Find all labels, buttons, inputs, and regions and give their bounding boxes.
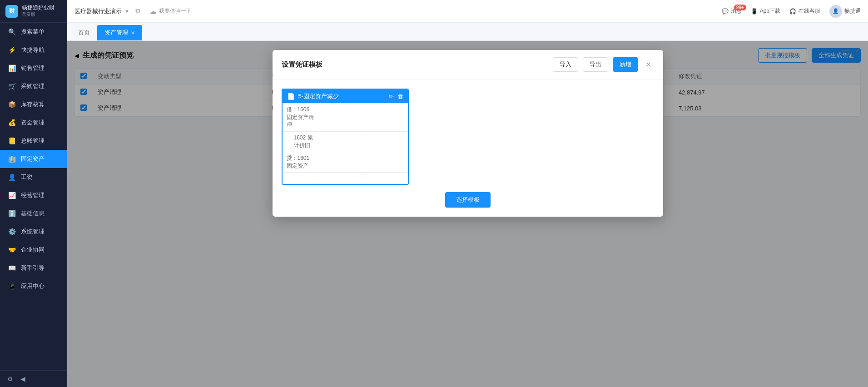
- gear-icon[interactable]: ⚙: [135, 7, 141, 15]
- app-download-button[interactable]: 📱 App下载: [751, 7, 780, 15]
- entry-credit-1: [363, 104, 408, 132]
- money-icon: 💰: [7, 119, 16, 126]
- empty-cell-1: [283, 173, 319, 184]
- sidebar-item-label: 总账管理: [21, 137, 45, 145]
- select-template-button[interactable]: 选择模板: [445, 192, 491, 208]
- sidebar-item-enterprise[interactable]: 🤝 企业协同: [0, 241, 67, 259]
- avatar: 👤: [829, 5, 842, 18]
- message-icon: 💬: [722, 8, 729, 15]
- sidebar-item-ledger[interactable]: 📒 总账管理: [0, 132, 67, 150]
- template-modal: 设置凭证模板 导入 导出 新增 ✕ 📄 5-固定资产减少: [273, 50, 663, 217]
- minimize-icon[interactable]: —: [841, 45, 850, 55]
- sidebar-item-purchase[interactable]: 🛒 采购管理: [0, 77, 67, 95]
- maximize-icon[interactable]: ⤢: [854, 45, 862, 55]
- tab-asset-label: 资产管理: [104, 29, 128, 37]
- template-card-actions: ✏ 🗑: [389, 93, 403, 100]
- sidebar-item-finance[interactable]: 💰 资金管理: [0, 114, 67, 132]
- sidebar-item-label: 工资: [21, 173, 33, 181]
- main-area: 医疗器械行业演示 ▼ ⚙ ☁ 我要体验一下 💬 消息 99+ 📱 App下载 🎧…: [67, 0, 868, 387]
- ledger-icon: 📒: [7, 137, 16, 144]
- sidebar-item-basic-info[interactable]: ℹ️ 基础信息: [0, 204, 67, 223]
- sidebar-item-operations[interactable]: 📈 经营管理: [0, 186, 67, 204]
- cart-icon: 🛒: [7, 83, 16, 90]
- file-icon: 📄: [287, 93, 295, 100]
- mobile-icon: 📱: [7, 283, 16, 290]
- settings-icon: ⚙️: [7, 228, 16, 235]
- sidebar-item-label: 系统管理: [21, 228, 45, 236]
- sidebar-item-label: 采购管理: [21, 82, 45, 90]
- sidebar-item-payroll[interactable]: 👤 工资: [0, 168, 67, 186]
- edit-icon[interactable]: ✏: [389, 93, 394, 100]
- tab-asset-mgmt[interactable]: 资产管理 ✕: [97, 25, 142, 40]
- modal-header: 设置凭证模板 导入 导出 新增 ✕: [273, 50, 663, 79]
- entry-row-1: 借：1606 固定资产清理: [283, 104, 407, 132]
- sidebar-item-fixed-assets[interactable]: 🏢 固定资产: [0, 150, 67, 168]
- modal-title: 设置凭证模板: [282, 60, 322, 69]
- book-icon: 📖: [7, 264, 16, 272]
- sidebar-item-label: 企业协同: [21, 246, 45, 254]
- export-button[interactable]: 导出: [583, 57, 608, 72]
- sidebar: 财 畅捷通好业财 普及版 🔍 搜索菜单 ⚡ 快捷导航 📊 销售管理 🛒 采购管理…: [0, 0, 67, 387]
- service-icon: 🎧: [789, 8, 796, 15]
- template-name: 5-固定资产减少: [298, 92, 339, 100]
- topbar-title: 医疗器械行业演示 ▼: [74, 7, 129, 15]
- entry-debit-1: [319, 104, 363, 132]
- template-card-body: 借：1606 固定资产清理 1602 累计折旧: [283, 103, 408, 184]
- select-template-row: 选择模板: [282, 192, 654, 208]
- cloud-experience[interactable]: ☁ 我要体验一下: [150, 7, 192, 15]
- app-download-label: App下载: [760, 7, 780, 15]
- new-button[interactable]: 新增: [613, 57, 638, 72]
- import-button[interactable]: 导入: [553, 57, 578, 72]
- search-icon: 🔍: [7, 28, 16, 35]
- dropdown-arrow-icon[interactable]: ▼: [124, 9, 129, 14]
- download-icon: 📱: [751, 8, 758, 15]
- message-badge: 99+: [734, 5, 746, 10]
- logo-sub: 普及版: [22, 11, 55, 18]
- entry-type-1: 借：1606 固定资产清理: [283, 104, 319, 132]
- message-button[interactable]: 💬 消息 99+: [722, 7, 742, 15]
- cloud-icon: ☁: [150, 8, 156, 15]
- logo-icon: 财: [5, 5, 18, 18]
- entry-debit-3: [319, 152, 363, 173]
- sidebar-item-sales[interactable]: 📊 销售管理: [0, 59, 67, 77]
- handshake-icon: 🤝: [7, 246, 16, 253]
- logo-name: 畅捷通好业财: [22, 5, 55, 12]
- sidebar-item-label: 快捷导航: [21, 46, 45, 54]
- sidebar-item-system[interactable]: ⚙️ 系统管理: [0, 223, 67, 241]
- user-label: 畅捷通: [844, 7, 861, 15]
- empty-cell-2: [319, 173, 363, 184]
- entry-row-empty: [283, 173, 407, 184]
- entry-credit-2: [363, 132, 408, 152]
- user-button[interactable]: 👤 畅捷通: [829, 5, 861, 18]
- page-area: ◀ 生成的凭证预览 批量规控模板 全部生成凭证 变动类型 资产名称 固定资产原: [67, 41, 868, 387]
- sidebar-footer: ⚙ ◀: [0, 370, 67, 387]
- sidebar-item-search[interactable]: 🔍 搜索菜单: [0, 23, 67, 41]
- sidebar-item-inventory[interactable]: 📦 库存核算: [0, 95, 67, 114]
- sidebar-item-label: 固定资产: [21, 155, 45, 163]
- customer-service-button[interactable]: 🎧 在线客服: [789, 7, 820, 15]
- building-icon: 🏢: [7, 155, 16, 163]
- tab-home[interactable]: 首页: [71, 25, 97, 40]
- sidebar-logo: 财 畅捷通好业财 普及版: [0, 0, 67, 23]
- person-icon: 👤: [7, 174, 16, 181]
- trend-icon: 📈: [7, 192, 16, 199]
- template-card-title-row: 📄 5-固定资产减少: [287, 92, 339, 100]
- lightning-icon: ⚡: [7, 46, 16, 54]
- chart-icon: 📊: [7, 64, 16, 72]
- sidebar-item-label: 库存核算: [21, 100, 45, 109]
- close-icon[interactable]: ✕: [643, 60, 654, 70]
- company-name: 医疗器械行业演示: [74, 7, 122, 15]
- entry-type-3: 贷：1601 固定资产: [283, 152, 319, 173]
- tab-close-icon[interactable]: ✕: [131, 30, 135, 36]
- topbar-right: 💬 消息 99+ 📱 App下载 🎧 在线客服 👤 畅捷通: [722, 5, 861, 18]
- box-icon: 📦: [7, 101, 16, 108]
- collapse-icon[interactable]: ◀: [20, 375, 25, 382]
- settings-footer-icon[interactable]: ⚙: [7, 375, 13, 382]
- sidebar-item-app-center[interactable]: 📱 应用中心: [0, 277, 67, 295]
- cloud-text: 我要体验一下: [159, 7, 192, 15]
- delete-icon[interactable]: 🗑: [397, 93, 403, 100]
- sidebar-item-quick-nav[interactable]: ⚡ 快捷导航: [0, 41, 67, 59]
- entry-row-2: 1602 累计折旧: [283, 132, 407, 152]
- sidebar-item-guide[interactable]: 📖 新手引导: [0, 259, 67, 277]
- template-entries-table: 借：1606 固定资产清理 1602 累计折旧: [283, 103, 408, 184]
